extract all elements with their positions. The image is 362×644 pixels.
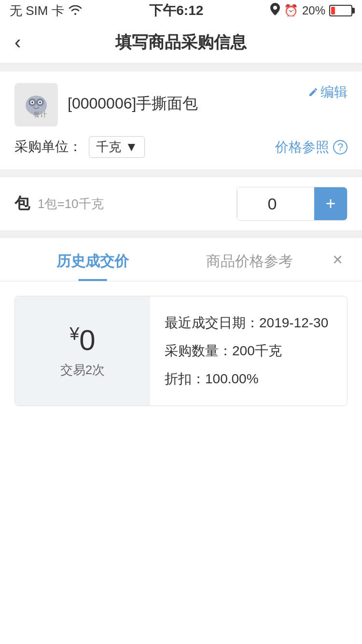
product-unit-row: 采购单位： 千克 ▼ 价格参照 ? [14, 136, 348, 158]
chevron-down-icon: ▼ [125, 140, 138, 154]
price-amount: ¥0 [70, 323, 95, 357]
time-display: 下午6:12 [149, 1, 203, 20]
unit-select[interactable]: 千克 ▼ [89, 136, 145, 158]
purchase-qty-row: 采购数量：200千克 [165, 341, 333, 361]
back-button[interactable]: ‹ [14, 27, 26, 58]
recent-date-label: 最近成交日期： [165, 315, 259, 330]
svg-text:餐计: 餐计 [33, 111, 47, 118]
quantity-left: 包 1包=10千克 [14, 193, 104, 214]
section-divider [0, 169, 362, 177]
battery-percent: 20% [302, 4, 325, 17]
price-left-panel: ¥0 交易2次 [15, 296, 150, 406]
network-label: 无 SIM 卡 [10, 2, 64, 19]
product-header: 餐计 [0000006]手撕面包 编辑 [14, 83, 348, 126]
trade-count: 交易2次 [60, 362, 105, 378]
tab-history-label: 历史成交价 [56, 253, 129, 269]
wifi-icon [68, 3, 83, 18]
tab-product-price-ref[interactable]: 商品价格参考 [171, 238, 327, 281]
purchase-qty-label: 采购数量： [165, 343, 232, 358]
history-price-content: ¥0 交易2次 最近成交日期：2019-12-30 采购数量：200千克 折扣：… [0, 281, 362, 420]
unit-conversion: 1包=10千克 [38, 196, 104, 212]
tab-bar: 历史成交价 商品价格参考 × [0, 238, 362, 281]
unit-value: 千克 [96, 139, 121, 155]
price-ref-label: 价格参照 [275, 138, 329, 156]
tab-section: 历史成交价 商品价格参考 × ¥0 交易2次 最近成交日期：2019-12-30… [0, 238, 362, 420]
status-right: ⏰ 20% [270, 3, 352, 18]
svg-point-5 [31, 101, 33, 103]
price-card: ¥0 交易2次 最近成交日期：2019-12-30 采购数量：200千克 折扣：… [14, 296, 348, 406]
battery-icon [329, 5, 352, 16]
tab-close-button[interactable]: × [328, 245, 348, 275]
discount-label: 折扣： [165, 371, 205, 386]
edit-button[interactable]: 编辑 [308, 83, 348, 101]
help-icon: ? [333, 140, 348, 154]
quantity-control: + [237, 187, 348, 221]
purchase-qty-value: 200千克 [232, 343, 282, 358]
product-thumbnail: 餐计 [14, 83, 58, 126]
tab-product-label: 商品价格参考 [206, 253, 293, 269]
unit-label: 采购单位： [14, 139, 82, 154]
price-value: 0 [79, 324, 95, 356]
recent-date-row: 最近成交日期：2019-12-30 [165, 313, 333, 333]
product-name: [0000006]手撕面包 [68, 93, 198, 114]
svg-point-6 [39, 101, 41, 103]
quantity-row: 包 1包=10千克 + [0, 177, 362, 230]
discount-value: 100.00% [205, 371, 259, 386]
discount-row: 折扣：100.00% [165, 369, 333, 389]
alarm-icon: ⏰ [284, 4, 298, 17]
unit-tag: 包 [14, 193, 30, 214]
status-left: 无 SIM 卡 [10, 2, 83, 19]
quantity-plus-button[interactable]: + [314, 187, 347, 220]
price-reference-button[interactable]: 价格参照 ? [275, 138, 348, 156]
status-bar: 无 SIM 卡 下午6:12 ⏰ 20% [0, 0, 362, 21]
product-left: 餐计 [0000006]手撕面包 [14, 83, 198, 126]
bottom-area [0, 420, 362, 644]
currency-symbol: ¥ [70, 324, 79, 344]
tab-history-price[interactable]: 历史成交价 [14, 238, 171, 281]
page-title: 填写商品采购信息 [115, 31, 247, 54]
unit-selector-group: 采购单位： 千克 ▼ [14, 136, 145, 158]
edit-label: 编辑 [320, 83, 348, 101]
nav-bar: ‹ 填写商品采购信息 [0, 21, 362, 64]
quantity-input[interactable] [237, 187, 314, 220]
product-card: 餐计 [0000006]手撕面包 编辑 采购单位： 千克 ▼ 价格参照 ? [0, 71, 362, 169]
recent-date-value: 2019-12-30 [259, 315, 328, 330]
price-right-panel: 最近成交日期：2019-12-30 采购数量：200千克 折扣：100.00% [150, 296, 347, 406]
location-icon [270, 3, 280, 18]
